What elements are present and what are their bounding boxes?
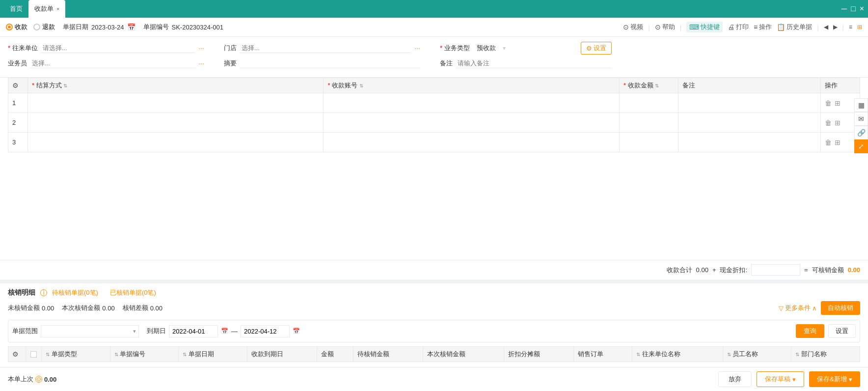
window-close-icon[interactable]: × [860, 4, 864, 13]
completed-tab[interactable]: 已核销单据(0笔) [110, 288, 156, 297]
summary-label: 摘要 [224, 59, 237, 68]
remarks-input[interactable] [456, 58, 612, 68]
form-section: * 往来单位 ··· 门店 ··· * 业务类型 预收款 ▾ ⚙ [0, 37, 868, 78]
table-header-row: ⚙ * 结算方式 ⇅ * 收款账号 ⇅ * 收款金额 [8, 78, 860, 93]
summary-input[interactable] [240, 58, 420, 68]
footer-info-icon[interactable]: ⊙ [35, 376, 42, 383]
side-table-icon[interactable]: ▦ [854, 98, 868, 112]
th-remark-label: 备注 [682, 82, 695, 89]
row1-account[interactable] [324, 93, 619, 113]
video-btn[interactable]: ⊙ 视频 [623, 23, 643, 31]
history-btn[interactable]: 📋 历史单据 [777, 23, 812, 31]
history-icon: 📋 [777, 23, 785, 31]
layout2-btn[interactable]: ⊞ [857, 24, 862, 30]
row3-settlement[interactable] [28, 133, 324, 152]
save-new-chevron: ▾ [849, 376, 852, 383]
row1-remark[interactable] [678, 93, 820, 113]
row2-amount[interactable] [619, 113, 678, 133]
prev-btn[interactable]: ◀ [824, 24, 828, 30]
date-to-calendar-icon[interactable]: 📅 [293, 328, 300, 335]
table-settings-icon[interactable]: ⚙ [12, 82, 19, 89]
reconcile-info-icon[interactable]: i [40, 289, 47, 296]
calendar-icon[interactable]: 📅 [127, 23, 136, 31]
account-sort-icon[interactable]: ⇅ [359, 83, 363, 88]
radio-group: 收款 退款 [6, 23, 55, 31]
row1-copy-icon[interactable]: ⊞ [835, 99, 841, 107]
date-from-calendar-icon[interactable]: 📅 [221, 328, 228, 335]
tab-home[interactable]: 首页 [4, 0, 28, 18]
save-new-label: 保存&新增 [817, 375, 847, 384]
help-btn[interactable]: ⊙ 帮助 [655, 23, 675, 31]
next-btn[interactable]: ▶ [833, 24, 838, 30]
save-new-btn[interactable]: 保存&新增 ▾ [809, 371, 860, 387]
counterparty-input[interactable] [41, 43, 196, 53]
row3-remark[interactable] [678, 133, 820, 152]
print-btn[interactable]: 🖨 打印 [728, 23, 749, 31]
sep1: | [648, 24, 650, 31]
side-mail-icon[interactable]: ✉ [854, 112, 868, 126]
row2-remark[interactable] [678, 113, 820, 133]
diff-stat: 核销差额 0.00 [123, 304, 163, 312]
biztype-dropdown-icon[interactable]: ▾ [503, 45, 506, 52]
filter-setting-btn[interactable]: 设置 [828, 324, 856, 338]
row3-amount[interactable] [619, 133, 678, 152]
settlement-sort-icon[interactable]: ⇅ [63, 83, 67, 88]
layout1-btn[interactable]: ≡ [849, 24, 852, 30]
this-order-label: 本单上次 [8, 375, 33, 384]
salesman-more-icon[interactable]: ··· [198, 59, 204, 67]
counterparty-more-icon[interactable]: ··· [198, 44, 204, 52]
date-to-input[interactable] [241, 325, 290, 337]
remarks-field: 备注 [440, 58, 612, 68]
salesman-label: 业务员 [8, 59, 27, 68]
net-value: 0.00 [848, 266, 860, 274]
tab-active[interactable]: 收款单 × [28, 0, 65, 18]
bth-docdate: ⇅ 单据日期 [179, 347, 247, 362]
side-link-icon[interactable]: 🔗 [854, 126, 868, 140]
amount-sort-icon[interactable]: ⇅ [655, 83, 659, 88]
discount-input[interactable] [751, 264, 800, 276]
radio-refund[interactable]: 退款 [33, 23, 55, 31]
query-btn[interactable]: 查询 [796, 324, 824, 338]
tab-close-icon[interactable]: × [56, 6, 59, 12]
store-input[interactable] [240, 43, 411, 53]
table-row: 3 🗑 ⊞ [8, 133, 860, 152]
shortcut-btn[interactable]: ⌨ 快捷键 [686, 22, 723, 32]
range-select[interactable] [41, 325, 139, 337]
radio-receipt[interactable]: 收款 [6, 23, 27, 31]
remarks-label: 备注 [440, 59, 453, 68]
auto-reconcile-btn[interactable]: 自动核销 [821, 301, 860, 315]
top-toolbar: 收款 退款 单据日期 2023-03-24 📅 单据编号 SK-20230324… [0, 18, 868, 37]
bottom-table-settings-icon[interactable]: ⚙ [12, 350, 19, 358]
reconcile-toolbar-right: ▽ 更多条件 ∧ 自动核销 [779, 301, 860, 315]
row2-account[interactable] [324, 113, 619, 133]
action-btn[interactable]: ≡ 操作 [754, 23, 772, 31]
row2-delete-icon[interactable]: 🗑 [825, 119, 832, 127]
save-draft-chevron: ▾ [792, 376, 796, 383]
more-conditions-btn[interactable]: ▽ 更多条件 ∧ [779, 304, 817, 312]
row1-delete-icon[interactable]: 🗑 [825, 99, 832, 107]
action-label: 操作 [759, 23, 772, 31]
settings-button[interactable]: ⚙ 设置 [581, 42, 612, 55]
date-value[interactable]: 2023-03-24 [91, 24, 124, 31]
abandon-btn[interactable]: 放弃 [718, 371, 752, 387]
row3-account[interactable] [324, 133, 619, 152]
date-from-input[interactable] [169, 325, 218, 337]
equals-label: = [804, 266, 808, 274]
row3-copy-icon[interactable]: ⊞ [835, 139, 841, 146]
docno-value[interactable]: SK-20230324-001 [172, 24, 224, 31]
salesman-input[interactable] [30, 58, 195, 68]
row1-amount[interactable] [619, 93, 678, 113]
header-checkbox[interactable] [30, 351, 37, 358]
row2-copy-icon[interactable]: ⊞ [835, 119, 841, 127]
save-draft-btn[interactable]: 保存草稿 ▾ [757, 371, 804, 387]
store-more-icon[interactable]: ··· [414, 44, 420, 52]
pending-tab[interactable]: 待核销单据(0笔) [52, 288, 98, 297]
row3-delete-icon[interactable]: 🗑 [825, 139, 832, 146]
minimize-icon[interactable]: ─ [841, 4, 847, 13]
side-expand-icon[interactable]: ⤢ [854, 140, 868, 153]
maximize-icon[interactable]: □ [851, 4, 856, 13]
toolbar-right: ⊙ 视频 | ⊙ 帮助 | ⌨ 快捷键 🖨 打印 ≡ 操作 📋 [623, 22, 862, 32]
row1-settlement[interactable] [28, 93, 324, 113]
row2-settlement[interactable] [28, 113, 324, 133]
filter-icon: ▽ [779, 305, 784, 312]
